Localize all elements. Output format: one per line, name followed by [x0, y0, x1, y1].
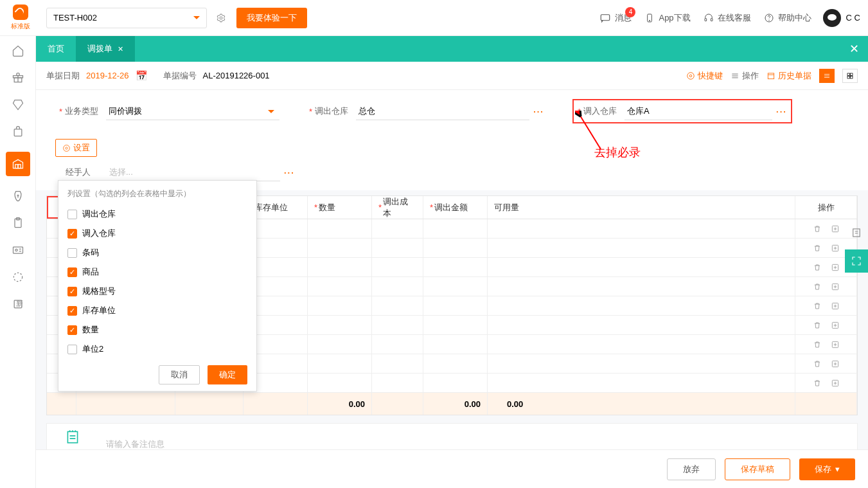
- add-icon[interactable]: [831, 302, 840, 311]
- delete-icon[interactable]: [813, 302, 822, 311]
- checkbox[interactable]: ✓: [67, 306, 77, 316]
- delete-icon[interactable]: [813, 263, 822, 272]
- checkbox[interactable]: [67, 210, 77, 219]
- delete-icon[interactable]: [813, 224, 822, 233]
- save-button[interactable]: 保存▾: [799, 458, 855, 480]
- checkbox-label: 规格型号: [82, 285, 116, 297]
- sum-row: 0.00 0.00 0.00: [47, 393, 857, 415]
- nav-bag-icon[interactable]: [11, 125, 25, 139]
- add-icon[interactable]: [831, 224, 840, 233]
- checkbox[interactable]: [67, 345, 77, 354]
- checkbox-label: 库存单位: [82, 305, 116, 316]
- column-option[interactable]: ✓库存单位: [67, 301, 240, 320]
- checkbox[interactable]: ✓: [67, 229, 77, 239]
- tab-transfer[interactable]: 调拨单 ✕: [76, 36, 135, 62]
- tab-home[interactable]: 首页: [36, 36, 76, 62]
- expand-button[interactable]: [845, 249, 868, 273]
- column-option[interactable]: ✓规格型号: [67, 282, 240, 301]
- nav-money-icon[interactable]: [11, 189, 25, 203]
- footer-bar: 放弃 保存草稿 保存▾: [36, 449, 868, 488]
- nav-clipboard-icon[interactable]: [11, 216, 25, 230]
- svg-rect-22: [768, 73, 774, 78]
- delete-icon[interactable]: [813, 244, 822, 253]
- try-button[interactable]: 我要体验一下: [236, 8, 307, 28]
- app-download-link[interactable]: App下载: [644, 12, 690, 24]
- logo-icon: [13, 5, 28, 20]
- col-qty: *数量: [308, 196, 372, 219]
- nav-id-icon[interactable]: [11, 243, 25, 257]
- column-option[interactable]: ✓调入仓库: [67, 224, 240, 243]
- checkbox-label: 数量: [82, 324, 99, 336]
- column-option[interactable]: 调出仓库: [67, 204, 240, 224]
- nav-home-icon[interactable]: [11, 44, 25, 58]
- checkbox[interactable]: [67, 248, 77, 258]
- checkbox-label: 调入仓库: [82, 228, 116, 239]
- row-ops: [795, 335, 857, 354]
- add-icon[interactable]: [831, 263, 840, 272]
- save-draft-button[interactable]: 保存草稿: [725, 458, 790, 480]
- popup-list[interactable]: 调出仓库✓调入仓库条码✓商品✓规格型号✓库存单位✓数量单位2: [58, 204, 256, 359]
- gear-icon[interactable]: [216, 13, 226, 23]
- delete-icon[interactable]: [813, 359, 822, 368]
- add-icon[interactable]: [831, 340, 840, 349]
- more-icon[interactable]: ···: [284, 168, 295, 177]
- delete-icon[interactable]: [813, 340, 822, 349]
- checkbox-label: 调出仓库: [82, 208, 116, 220]
- checkbox[interactable]: ✓: [67, 287, 77, 296]
- notes-button[interactable]: [845, 221, 868, 244]
- phone-icon: [644, 13, 655, 23]
- messages-link[interactable]: 消息 4: [599, 12, 632, 24]
- delete-icon[interactable]: [813, 282, 822, 291]
- app-header: 标准版 TEST-H002 我要体验一下 消息 4 App下载 在线客服 帮助中…: [0, 0, 868, 36]
- checkbox[interactable]: ✓: [67, 267, 77, 277]
- add-icon[interactable]: [831, 321, 840, 330]
- doc-no-value: AL-20191226-001: [203, 71, 270, 80]
- column-option[interactable]: 条码: [67, 243, 240, 262]
- add-icon[interactable]: [831, 282, 840, 291]
- date-value[interactable]: 2019-12-26: [86, 71, 129, 80]
- ok-button[interactable]: 确定: [208, 365, 247, 384]
- add-icon[interactable]: [831, 379, 840, 388]
- handler-input[interactable]: [107, 163, 280, 181]
- support-link[interactable]: 在线客服: [704, 12, 751, 24]
- shortcut-link[interactable]: 快捷键: [686, 70, 723, 82]
- operate-link[interactable]: 操作: [731, 70, 759, 82]
- nav-circle-icon[interactable]: [11, 270, 25, 284]
- close-icon[interactable]: ✕: [118, 45, 123, 53]
- cancel-button[interactable]: 取消: [159, 365, 200, 384]
- discard-button[interactable]: 放弃: [667, 458, 716, 480]
- add-icon[interactable]: [831, 359, 840, 368]
- delete-icon[interactable]: [813, 379, 822, 388]
- column-option[interactable]: ✓商品: [67, 262, 240, 282]
- headset-icon: [704, 13, 714, 23]
- svg-rect-26: [851, 76, 853, 78]
- in-warehouse-input[interactable]: [624, 102, 772, 120]
- biz-type-input[interactable]: [106, 102, 279, 120]
- username: C C: [846, 13, 860, 23]
- org-dropdown[interactable]: TEST-H002: [46, 8, 207, 28]
- checkbox[interactable]: ✓: [67, 325, 77, 335]
- nav-new-icon[interactable]: 新: [11, 297, 25, 311]
- help-link[interactable]: 帮助中心: [764, 12, 811, 24]
- out-warehouse-input[interactable]: [356, 102, 529, 120]
- calendar-icon[interactable]: 📅: [136, 70, 148, 82]
- add-icon[interactable]: [831, 244, 840, 253]
- chevron-down-icon[interactable]: [268, 110, 274, 113]
- settings-button[interactable]: 设置: [55, 139, 97, 157]
- nav-warehouse-icon[interactable]: [6, 152, 30, 176]
- svg-rect-24: [851, 73, 853, 76]
- view-list-button[interactable]: [819, 69, 835, 83]
- nav-gift-icon[interactable]: [11, 71, 25, 85]
- column-option[interactable]: ✓数量: [67, 320, 240, 339]
- view-grid-button[interactable]: [842, 69, 858, 83]
- more-icon[interactable]: ···: [533, 107, 544, 116]
- more-icon[interactable]: ···: [776, 107, 787, 116]
- history-link[interactable]: 历史单据: [766, 70, 811, 82]
- column-option[interactable]: 单位2: [67, 339, 240, 359]
- nav-diamond-icon[interactable]: [11, 98, 25, 112]
- checkbox-label: 商品: [82, 266, 99, 278]
- delete-icon[interactable]: [813, 321, 822, 330]
- col-cost: *调出成本: [372, 196, 423, 219]
- page-close-icon[interactable]: ✕: [840, 42, 868, 56]
- avatar[interactable]: [823, 9, 841, 27]
